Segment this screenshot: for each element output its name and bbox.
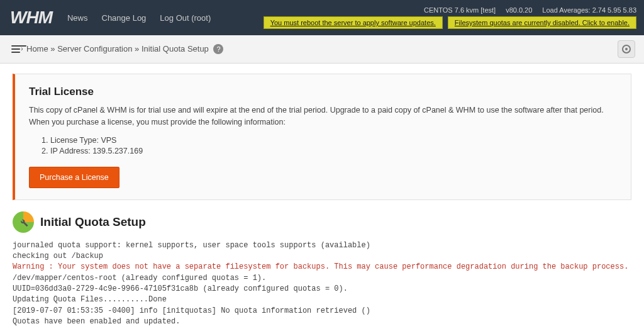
- breadcrumb-bar: › Home » Server Configuration » Initial …: [0, 35, 644, 64]
- trial-license-box: Trial License This copy of cPanel & WHM …: [13, 74, 631, 200]
- alert-reboot[interactable]: You must reboot the server to apply soft…: [264, 16, 443, 29]
- content-area: Trial License This copy of cPanel & WHM …: [0, 64, 644, 336]
- os-label: CENTOS 7.6 kvm [test]: [424, 6, 496, 14]
- top-status-area: CENTOS 7.6 kvm [test] v80.0.20 Load Aver…: [264, 0, 636, 35]
- breadcrumb-left: › Home » Server Configuration » Initial …: [9, 44, 223, 54]
- help-icon[interactable]: ?: [213, 44, 223, 54]
- nav-links: News Change Log Log Out (root): [67, 13, 211, 23]
- menu-toggle-icon[interactable]: ›: [9, 44, 23, 54]
- list-item: License Type: VPS: [50, 136, 617, 145]
- notice-body: This copy of cPanel & WHM is for trial u…: [29, 104, 617, 128]
- notice-title: Trial License: [29, 86, 617, 98]
- nav-changelog[interactable]: Change Log: [102, 13, 147, 23]
- notice-list: License Type: VPS IP Address: 139.5.237.…: [29, 136, 617, 155]
- fullscreen-icon[interactable]: [618, 40, 635, 58]
- svg-point-1: [625, 48, 628, 50]
- crumb-sep: »: [50, 44, 55, 53]
- version-label: v80.0.20: [506, 6, 532, 14]
- list-item: IP Address: 139.5.237.169: [50, 147, 617, 155]
- quota-setup-icon: [13, 211, 34, 233]
- crumb-sep: »: [135, 44, 139, 53]
- console-output: journaled quota support: kernel supports…: [13, 240, 631, 337]
- header-left: WHM News Change Log Log Out (root): [10, 8, 211, 28]
- breadcrumb: Home » Server Configuration » Initial Qu…: [26, 44, 223, 54]
- alert-quotas[interactable]: Filesystem quotas are currently disabled…: [448, 16, 636, 29]
- page-title: Initial Quota Setup: [40, 215, 146, 229]
- page-header: Initial Quota Setup: [13, 211, 631, 233]
- purchase-license-button[interactable]: Purchase a License: [29, 167, 119, 188]
- nav-logout[interactable]: Log Out (root): [160, 13, 211, 23]
- crumb-section[interactable]: Server Configuration: [57, 44, 132, 53]
- status-line: CENTOS 7.6 kvm [test] v80.0.20 Load Aver…: [424, 6, 636, 14]
- whm-logo[interactable]: WHM: [10, 8, 52, 28]
- crumb-home[interactable]: Home: [26, 44, 48, 53]
- load-averages: Load Averages: 2.74 5.95 5.83: [542, 6, 636, 14]
- nav-news[interactable]: News: [67, 13, 88, 23]
- alerts-row: You must reboot the server to apply soft…: [264, 16, 636, 29]
- crumb-page: Initial Quota Setup: [142, 44, 209, 53]
